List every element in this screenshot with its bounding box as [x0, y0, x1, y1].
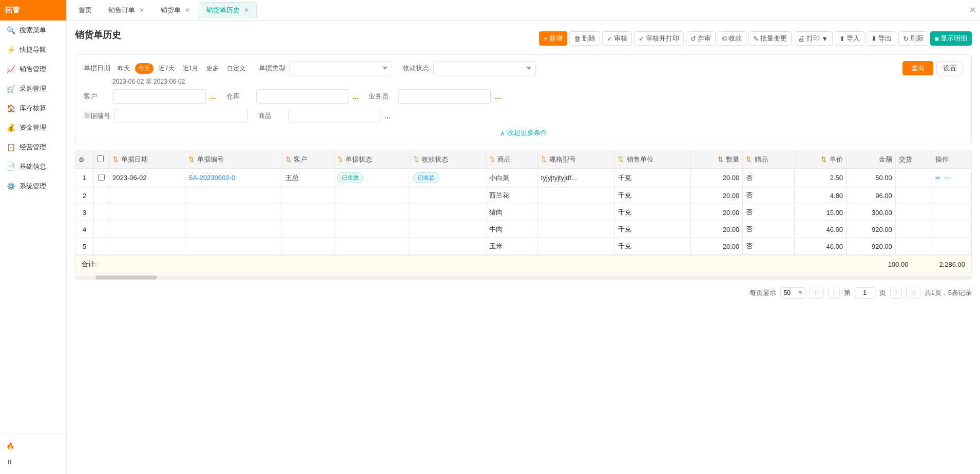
page-label: 第 — [844, 288, 851, 298]
export-button[interactable]: ⬇ 导出 — [867, 31, 896, 46]
audit-button[interactable]: ✓ 审核 — [602, 31, 632, 46]
cell-action: ✏ ⋯ — [932, 169, 971, 187]
payment-status-select[interactable] — [433, 61, 536, 75]
collapse-button[interactable]: ∧ 收起更多条件 — [84, 128, 963, 137]
customer-dots-btn[interactable]: ... — [210, 92, 216, 101]
select-all-checkbox[interactable] — [97, 155, 104, 162]
sidebar-item-inventory-calc[interactable]: 🏠 库存核算 — [0, 98, 66, 118]
col-doc-date[interactable]: ⇅ 单据日期 — [109, 151, 185, 169]
row-checkbox[interactable] — [98, 174, 105, 181]
first-page-btn[interactable]: ⟨⟨ — [810, 287, 824, 299]
audit-print-icon: ✓ — [639, 35, 644, 43]
sidebar-item-system-mgmt[interactable]: ⚙️ 系统管理 — [0, 176, 66, 196]
goods-input[interactable] — [288, 109, 380, 123]
collect-button[interactable]: © 收款 — [718, 31, 747, 46]
col-transaction: 交货 — [895, 151, 932, 169]
staff-input[interactable] — [398, 89, 491, 104]
gear-icon[interactable]: ⚙ — [79, 156, 85, 164]
warehouse-input[interactable] — [256, 89, 349, 104]
discard-button[interactable]: ↺ 弃审 — [686, 31, 716, 46]
cell-gift: 否 — [743, 221, 795, 238]
settings-button[interactable]: 设置 — [936, 61, 963, 75]
tab-sales-goods-close[interactable]: ✕ — [185, 7, 190, 14]
window-close-icon[interactable]: ✕ — [969, 5, 976, 15]
sidebar-item-finance-mgmt[interactable]: 💰 资金管理 — [0, 118, 66, 137]
sidebar-item-sales-mgmt[interactable]: 📈 销售管理 — [0, 60, 66, 79]
delete-button[interactable]: 🗑 删除 — [569, 31, 600, 46]
col-spec[interactable]: ⇅ 规格型号 — [537, 151, 615, 169]
date-btn-custom[interactable]: 自定义 — [224, 63, 248, 74]
doc-no-label: 单据编号 — [84, 111, 110, 121]
sidebar-item-purchase-mgmt[interactable]: 🛒 采购管理 — [0, 79, 66, 98]
col-settings[interactable]: ⚙ — [75, 151, 94, 169]
next-page-btn[interactable]: ⟩ — [890, 287, 902, 299]
cell-qty: 20.00 — [691, 221, 743, 238]
doc-no-input[interactable] — [114, 109, 248, 123]
col-qty[interactable]: ⇅ 数量 — [691, 151, 743, 169]
tab-sales-goods[interactable]: 销货单 ✕ — [153, 2, 198, 18]
doc-type-select[interactable] — [290, 61, 392, 75]
horizontal-scrollbar[interactable] — [75, 275, 972, 280]
sidebar-item-search-menu[interactable]: 🔍 搜索菜单 — [0, 21, 66, 40]
show-detail-button[interactable]: ■ 显示明细 — [930, 31, 972, 46]
scrollbar-thumb[interactable] — [95, 275, 157, 280]
footer-label: 合计: — [82, 260, 97, 269]
date-label: 单据日期 — [84, 64, 110, 73]
cell-gift: 否 — [743, 169, 795, 187]
collect-icon: © — [722, 35, 727, 43]
edit-btn[interactable]: ✏ — [935, 174, 940, 182]
tab-sales-order[interactable]: 销售订单 ✕ — [101, 2, 152, 18]
query-button[interactable]: 查询 — [902, 61, 933, 75]
sidebar-bottom-item-1[interactable]: 🔥 — [0, 438, 66, 454]
col-doc-no[interactable]: ⇅ 单据编号 — [185, 151, 282, 169]
page-number-input[interactable] — [855, 287, 875, 299]
date-btn-today[interactable]: 今天 — [135, 63, 153, 74]
sidebar-item-quick-nav[interactable]: ⚡ 快捷导航 — [0, 40, 66, 60]
sidebar-item-basic-info[interactable]: 📄 基础信息 — [0, 157, 66, 176]
col-gift[interactable]: ⇅ 赠品 — [743, 151, 795, 169]
sidebar-item-label: 系统管理 — [20, 182, 46, 191]
audit-print-button[interactable]: ✓ 审核并打印 — [634, 31, 684, 46]
batch-change-button[interactable]: ✎ 批量变更 — [748, 31, 792, 46]
fire-icon: 🔥 — [6, 442, 14, 450]
table-body: 1 2023-06-02 SA-20230602-0 王总 已生效 已收款 — [75, 169, 972, 255]
prev-page-btn[interactable]: ⟨ — [828, 287, 840, 299]
warehouse-dots-btn[interactable]: ... — [353, 92, 359, 101]
tab-sales-history[interactable]: 销货单历史 ✕ — [199, 2, 257, 18]
goods-dots-btn[interactable]: ... — [385, 112, 391, 120]
tab-home[interactable]: 首页 — [71, 2, 100, 18]
col-doc-status[interactable]: ⇅ 单据状态 — [334, 151, 410, 169]
refresh-button[interactable]: ↻ 刷新 — [898, 31, 928, 46]
date-btn-last7days[interactable]: 近7天 — [156, 63, 178, 74]
last-page-btn[interactable]: ⟩⟩ — [906, 287, 920, 299]
sidebar-item-operation-mgmt[interactable]: 📋 经营管理 — [0, 137, 66, 157]
date-btn-yesterday[interactable]: 昨天 — [114, 63, 133, 74]
col-goods[interactable]: ⇅ 商品 — [486, 151, 537, 169]
new-button[interactable]: + 新增 — [539, 31, 567, 46]
tab-sales-history-close[interactable]: ✕ — [244, 7, 249, 14]
cell-transaction — [895, 204, 932, 221]
total-amount: 2,286.00 — [939, 261, 965, 268]
staff-dots-btn[interactable]: ... — [495, 92, 501, 101]
col-unit-price[interactable]: ⇅ 单价 — [795, 151, 847, 169]
cell-doc-date: 2023-06-02 — [109, 169, 185, 187]
print-dropdown-icon: ▼ — [821, 35, 828, 43]
col-customer[interactable]: ⇅ 客户 — [282, 151, 334, 169]
import-button[interactable]: ⬆ 导入 — [835, 31, 864, 46]
sidebar-bottom-item-2[interactable]: ⏸ — [0, 454, 66, 470]
cell-amount: 50.00 — [847, 169, 896, 187]
date-btn-last1month[interactable]: 近1月 — [180, 63, 202, 74]
customer-input[interactable] — [113, 89, 206, 104]
col-pay-status[interactable]: ⇅ 收款状态 — [410, 151, 486, 169]
per-page-select[interactable]: 50 20 100 — [780, 287, 805, 299]
col-checkbox — [94, 151, 109, 169]
tab-sales-order-close[interactable]: ✕ — [139, 7, 144, 14]
more-btn[interactable]: ⋯ — [944, 174, 950, 182]
page-suffix: 页 — [879, 288, 886, 298]
col-unit[interactable]: ⇅ 销售单位 — [615, 151, 691, 169]
cell-doc-no[interactable]: SA-20230602-0 — [185, 169, 282, 187]
date-btn-more[interactable]: 更多 — [203, 63, 222, 74]
cell-doc-status: 已生效 — [334, 169, 410, 187]
print-button[interactable]: 🖨 打印 ▼ — [794, 31, 833, 46]
sort-icon: ⇅ — [413, 155, 419, 163]
